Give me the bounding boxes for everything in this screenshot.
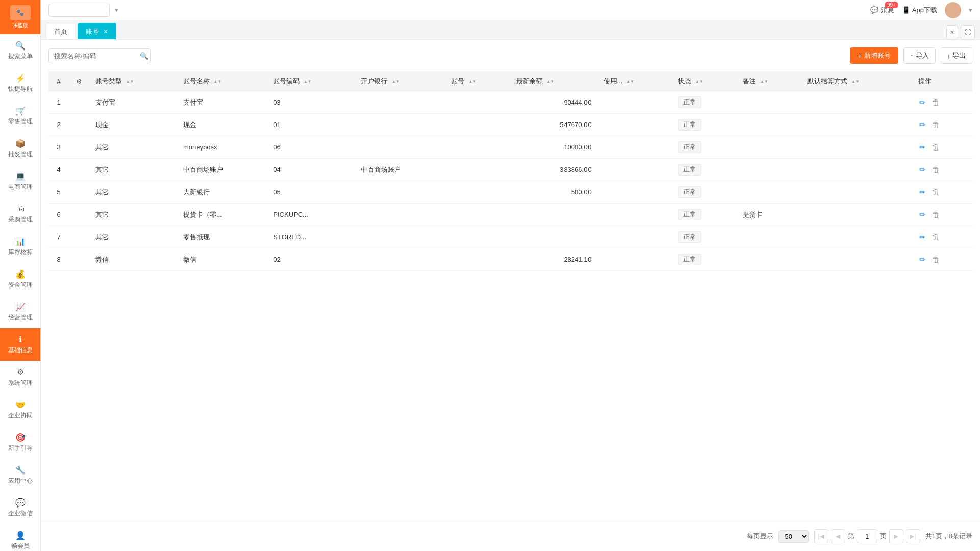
main-area: ▾ 💬 消息 99+ 📱 App下载 ▾ 首页 账号 ✕ ✕ ⛶: [41, 0, 980, 551]
system-icon: ⚙: [15, 367, 26, 377]
tab-account-close[interactable]: ✕: [103, 28, 108, 35]
edit-button[interactable]: ✏: [918, 164, 927, 176]
col-settings[interactable]: ⚙: [69, 71, 89, 91]
edit-button[interactable]: ✏: [918, 97, 927, 108]
cell-default-settlement: [801, 114, 912, 136]
edit-button[interactable]: ✏: [918, 209, 927, 220]
cell-type: 其它: [89, 204, 177, 226]
sidebar-item-system[interactable]: ⚙ 系统管理: [0, 361, 40, 393]
user-dropdown-arrow[interactable]: ▾: [969, 6, 972, 14]
col-balance[interactable]: 最新余额 ▲▼: [510, 71, 598, 91]
cell-usage: [598, 159, 672, 181]
delete-button[interactable]: 🗑: [931, 232, 941, 243]
col-usage-label: 使用...: [604, 77, 623, 85]
settings-icon[interactable]: ⚙: [76, 78, 82, 85]
sidebar-item-finance[interactable]: 💰 资金管理: [0, 263, 40, 295]
per-page-select[interactable]: 50 100 200: [778, 530, 809, 543]
table-row: 2 现金 现金 01 547670.00 正常 ✏ 🗑: [48, 114, 972, 136]
table-row: 1 支付宝 支付宝 03 -90444.00 正常 ✏ 🗑: [48, 91, 972, 114]
search-button[interactable]: 🔍: [136, 49, 151, 63]
edit-button[interactable]: ✏: [918, 187, 927, 198]
cell-num: 8: [48, 248, 69, 271]
sidebar-item-operations[interactable]: 📈 经营管理: [0, 295, 40, 328]
col-type[interactable]: 账号类型 ▲▼: [89, 71, 177, 91]
sidebar-item-quick-nav[interactable]: ⚡ 快捷导航: [0, 67, 40, 99]
page-first-button[interactable]: |◀: [814, 529, 828, 543]
sidebar-item-purchase[interactable]: 🛍 采购管理: [0, 197, 40, 230]
sidebar-item-enterprise-wechat[interactable]: 💬 企业微信: [0, 491, 40, 524]
page-next-button[interactable]: ▶: [889, 529, 903, 543]
col-code[interactable]: 账号编码 ▲▼: [267, 71, 355, 91]
col-notes[interactable]: 备注 ▲▼: [737, 71, 801, 91]
user-avatar[interactable]: [945, 2, 961, 18]
cell-bank: [355, 226, 445, 248]
tab-account[interactable]: 账号 ✕: [78, 23, 116, 39]
col-account[interactable]: 账号 ▲▼: [445, 71, 510, 91]
tab-bar: 首页 账号 ✕ ✕ ⛶: [41, 20, 980, 40]
basic-info-icon: ℹ: [15, 334, 26, 344]
col-num: #: [48, 71, 69, 91]
cell-account: [445, 226, 510, 248]
edit-button[interactable]: ✏: [918, 142, 927, 153]
edit-button[interactable]: ✏: [918, 232, 927, 243]
delete-button[interactable]: 🗑: [931, 142, 941, 153]
search-box: 🔍: [48, 48, 151, 63]
sidebar-item-retail[interactable]: 🛒 零售管理: [0, 99, 40, 132]
cell-default-settlement: [801, 204, 912, 226]
col-name[interactable]: 账号名称 ▲▼: [177, 71, 267, 91]
dropdown-arrow[interactable]: ▾: [115, 6, 118, 14]
page-prev-button[interactable]: ◀: [831, 529, 845, 543]
add-account-button[interactable]: + 新增账号: [850, 47, 898, 64]
cell-status: 正常: [672, 91, 737, 114]
col-account-label: 账号: [451, 77, 464, 85]
sidebar-item-app-center[interactable]: 🔧 应用中心: [0, 459, 40, 491]
tab-close-all-button[interactable]: ✕: [946, 25, 958, 39]
delete-button[interactable]: 🗑: [931, 97, 941, 108]
import-button[interactable]: ↑ 导入: [903, 47, 936, 64]
delete-button[interactable]: 🗑: [931, 254, 941, 265]
edit-button[interactable]: ✏: [918, 119, 927, 131]
sidebar-item-members[interactable]: 👤 畅会员: [0, 524, 40, 551]
sort-notes-icon: ▲▼: [760, 79, 768, 84]
ecommerce-icon: 💻: [15, 171, 26, 181]
tab-home[interactable]: 首页: [46, 23, 76, 39]
page-input[interactable]: [857, 529, 877, 543]
export-button[interactable]: ↓ 导出: [941, 47, 973, 64]
sort-usage-icon: ▲▼: [626, 79, 634, 84]
accounts-table-container: # ⚙ 账号类型 ▲▼ 账号名称 ▲▼ 账号编码: [48, 71, 972, 271]
delete-button[interactable]: 🗑: [931, 164, 941, 176]
sidebar-item-enterprise-agreement[interactable]: 🤝 企业协同: [0, 393, 40, 426]
sidebar-item-ecommerce[interactable]: 💻 电商管理: [0, 165, 40, 197]
top-search-input[interactable]: [48, 4, 110, 17]
sidebar-item-new-guide[interactable]: 🎯 新手引导: [0, 426, 40, 459]
sidebar-item-wholesale[interactable]: 📦 批发管理: [0, 132, 40, 165]
page-last-button[interactable]: ▶|: [906, 529, 920, 543]
tab-maximize-button[interactable]: ⛶: [961, 25, 975, 39]
sidebar-item-label: 批发管理: [8, 150, 33, 159]
delete-button[interactable]: 🗑: [931, 119, 941, 131]
search-input[interactable]: [49, 49, 136, 63]
add-account-label: 新增账号: [864, 51, 891, 60]
cell-notes: [737, 136, 801, 159]
cell-num: 1: [48, 91, 69, 114]
sidebar-item-basic-info[interactable]: ℹ 基础信息: [0, 328, 40, 361]
sidebar-item-inventory[interactable]: 📊 库存核算: [0, 230, 40, 263]
col-status-label: 状态: [678, 77, 691, 85]
sidebar-item-search[interactable]: 🔍 搜索菜单: [0, 34, 40, 67]
import-icon: ↑: [910, 52, 914, 60]
import-label: 导入: [916, 51, 929, 60]
notification-button[interactable]: 💬 消息 99+: [870, 6, 894, 15]
col-usage[interactable]: 使用... ▲▼: [598, 71, 672, 91]
col-default-settlement[interactable]: 默认结算方式 ▲▼: [801, 71, 912, 91]
delete-button[interactable]: 🗑: [931, 209, 941, 220]
table-row: 8 微信 微信 02 28241.10 正常 ✏ 🗑: [48, 248, 972, 271]
app-download-button[interactable]: 📱 App下载: [902, 6, 937, 15]
cell-type: 现金: [89, 114, 177, 136]
col-status[interactable]: 状态 ▲▼: [672, 71, 737, 91]
cell-balance: -90444.00: [510, 91, 598, 114]
edit-button[interactable]: ✏: [918, 254, 927, 265]
cell-account: [445, 91, 510, 114]
delete-button[interactable]: 🗑: [931, 187, 941, 198]
cell-settings: [69, 204, 89, 226]
col-bank[interactable]: 开户银行 ▲▼: [355, 71, 445, 91]
